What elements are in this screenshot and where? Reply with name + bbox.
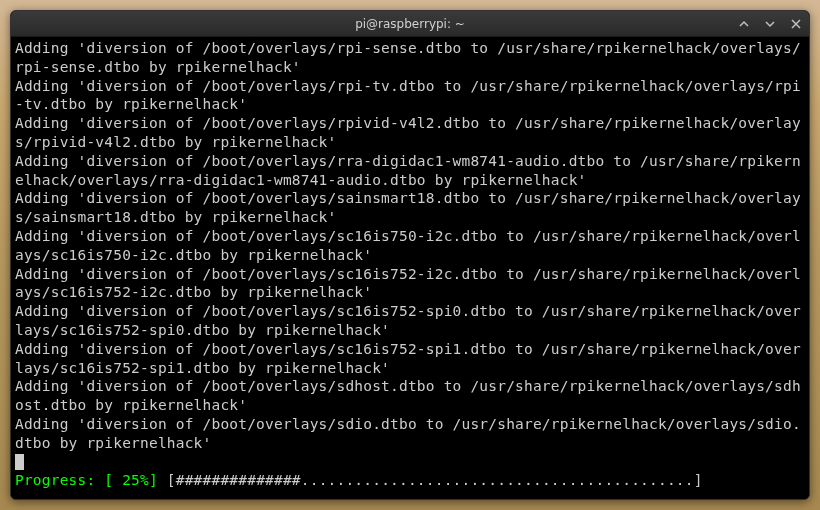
log-line: Adding 'diversion of /boot/overlays/sc16… xyxy=(15,340,805,378)
log-line: Adding 'diversion of /boot/overlays/sdho… xyxy=(15,377,805,415)
maximize-icon[interactable] xyxy=(763,17,777,31)
terminal-output[interactable]: Adding 'diversion of /boot/overlays/rpi-… xyxy=(11,37,809,499)
window-title: pi@raspberrypi: ~ xyxy=(355,17,465,31)
log-line: Adding 'diversion of /boot/overlays/sain… xyxy=(15,189,805,227)
progress-label: Progress: [ 25%] xyxy=(15,472,158,488)
log-line: Adding 'diversion of /boot/overlays/sdio… xyxy=(15,415,805,453)
terminal-window: pi@raspberrypi: ~ Adding 'diversion of /… xyxy=(10,10,810,500)
log-line: Adding 'diversion of /boot/overlays/sc16… xyxy=(15,265,805,303)
log-line: Adding 'diversion of /boot/overlays/rpi-… xyxy=(15,39,805,77)
log-line: Adding 'diversion of /boot/overlays/rra-… xyxy=(15,152,805,190)
progress-bar: [##############.........................… xyxy=(167,472,703,488)
log-line: Adding 'diversion of /boot/overlays/sc16… xyxy=(15,227,805,265)
log-line: Adding 'diversion of /boot/overlays/rpi-… xyxy=(15,77,805,115)
minimize-icon[interactable] xyxy=(737,17,751,31)
log-line: Adding 'diversion of /boot/overlays/sc16… xyxy=(15,302,805,340)
log-line: Adding 'diversion of /boot/overlays/rpiv… xyxy=(15,114,805,152)
close-icon[interactable] xyxy=(789,17,803,31)
titlebar[interactable]: pi@raspberrypi: ~ xyxy=(11,11,809,37)
window-controls xyxy=(737,11,803,36)
cursor xyxy=(15,454,24,470)
